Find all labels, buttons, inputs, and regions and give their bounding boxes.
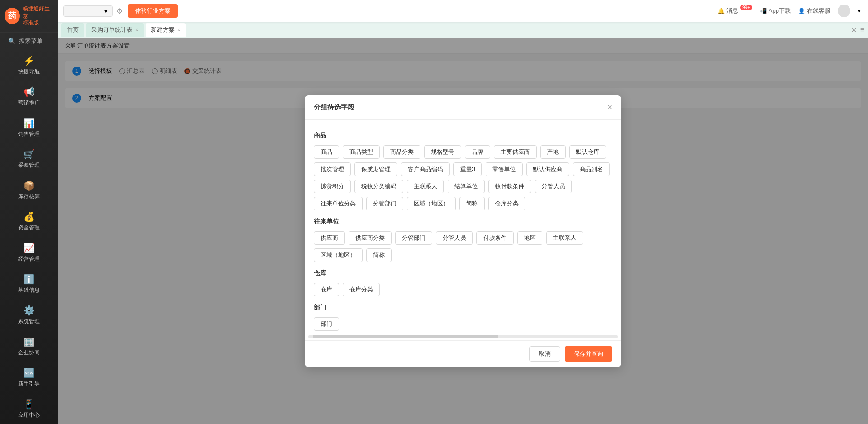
tab-new-plan[interactable]: 新建方案 × [146, 23, 186, 37]
basic-icon: ℹ️ [24, 274, 35, 285]
experience-btn[interactable]: 体验行业方案 [128, 4, 178, 18]
field-chip-supplier[interactable]: 供应商 [314, 231, 345, 245]
modal-body: 商品商品商品类型商品分类规格型号品牌主要供应商产地默认仓库批次管理保质期管理客户… [305, 120, 621, 331]
sidebar-item-inventory[interactable]: 📦 库存核算 [0, 175, 58, 206]
sidebar-item-label: 营销推广 [18, 99, 40, 107]
avatar[interactable] [838, 5, 850, 17]
field-chip-settlement-unit[interactable]: 结算单位 [448, 180, 485, 193]
tab-new-plan-close[interactable]: × [177, 27, 180, 33]
sidebar-item-basic[interactable]: ℹ️ 基础信息 [0, 268, 58, 300]
field-chip-goods-type[interactable]: 商品类型 [343, 145, 380, 159]
purchase-icon: 🛒 [24, 149, 35, 160]
field-chip-pick-points[interactable]: 拣货积分 [314, 180, 351, 193]
sidebar-item-label: 经营管理 [18, 255, 40, 263]
sidebar-item-label: 应用中心 [18, 411, 40, 419]
field-chip-partner-contact[interactable]: 主联系人 [546, 231, 583, 245]
user-menu-icon[interactable]: ▾ [858, 8, 861, 14]
field-chip-customer-code[interactable]: 客户商品编码 [401, 162, 450, 176]
field-chip-expiry-mgmt[interactable]: 保质期管理 [354, 162, 397, 176]
section-title-goods: 商品 [314, 132, 612, 140]
field-chip-dept-field[interactable]: 部门 [314, 317, 339, 331]
tab-menu-icon[interactable]: ≡ [860, 26, 864, 34]
online-service-btn[interactable]: 👤 在线客服 [798, 7, 830, 15]
tab-purchase-stats[interactable]: 采购订单统计表 × [86, 23, 144, 37]
field-chip-payment-terms[interactable]: 收付款条件 [488, 180, 531, 193]
sidebar-item-label: 采购管理 [18, 162, 40, 169]
gear-icon[interactable]: ⚙ [116, 7, 123, 15]
field-chip-partner-area[interactable]: 区域（地区） [314, 248, 363, 262]
sidebar-item-label: 新手引导 [18, 380, 40, 388]
field-chip-warehouse-category[interactable]: 仓库分类 [488, 197, 525, 210]
search-label: 搜索菜单 [19, 37, 42, 45]
field-chip-wh-category[interactable]: 仓库分类 [343, 283, 380, 296]
field-chip-main-supplier[interactable]: 主要供应商 [494, 145, 537, 159]
field-chip-partner-manager[interactable]: 分管人员 [436, 231, 473, 245]
field-chip-wh[interactable]: 仓库 [314, 283, 339, 296]
app-download-btn[interactable]: 📲 App下载 [760, 7, 791, 15]
sidebar-item-app-center[interactable]: 📱 应用中心 [0, 393, 58, 424]
field-chip-supplier-category[interactable]: 供应商分类 [349, 231, 392, 245]
tab-purchase-close[interactable]: × [135, 27, 138, 33]
cancel-button[interactable]: 取消 [529, 346, 560, 362]
sidebar-item-sales[interactable]: 📊 销售管理 [0, 112, 58, 143]
app-icon: 药 [5, 8, 20, 24]
sidebar-item-finance[interactable]: 💰 资金管理 [0, 206, 58, 237]
sidebar-item-enterprise[interactable]: 🏢 企业协同 [0, 331, 58, 362]
modal-title: 分组待选字段 [314, 103, 354, 112]
save-query-button[interactable]: 保存并查询 [565, 346, 612, 362]
enterprise-icon: 🏢 [24, 336, 35, 347]
field-chip-default-supplier[interactable]: 默认供应商 [526, 162, 569, 176]
sidebar-item-marketing[interactable]: 📢 营销推广 [0, 81, 58, 112]
breadcrumb-input[interactable]: ▾ [63, 5, 113, 17]
operation-icon: 📈 [24, 243, 35, 253]
field-chip-goods-alias[interactable]: 商品别名 [573, 162, 610, 176]
field-chip-manager[interactable]: 分管人员 [535, 180, 572, 193]
field-chip-goods-category[interactable]: 商品分类 [383, 145, 420, 159]
field-chip-retail-unit[interactable]: 零售单位 [486, 162, 523, 176]
marketing-icon: 📢 [24, 86, 35, 97]
field-grid-warehouse: 仓库仓库分类 [314, 283, 612, 296]
sidebar-item-guide[interactable]: 🆕 新手引导 [0, 362, 58, 393]
field-chip-tax-code[interactable]: 税收分类编码 [354, 180, 403, 193]
sidebar-item-label: 系统管理 [18, 318, 40, 325]
sidebar-item-purchase[interactable]: 🛒 采购管理 [0, 143, 58, 175]
field-chip-main-contact[interactable]: 主联系人 [407, 180, 444, 193]
field-chip-partner-dept[interactable]: 分管部门 [395, 231, 432, 245]
field-chip-partner-short[interactable]: 简称 [366, 248, 392, 262]
section-title-warehouse: 仓库 [314, 269, 612, 277]
dropdown-icon[interactable]: ▾ [104, 8, 108, 14]
sidebar-item-operation[interactable]: 📈 经营管理 [0, 237, 58, 268]
sidebar-item-quick-nav[interactable]: ⚡ 快捷导航 [0, 50, 58, 81]
field-chip-area[interactable]: 区域（地区） [407, 197, 456, 210]
modal-close-btn[interactable]: × [607, 103, 612, 112]
close-all-icon[interactable]: ✕ [851, 26, 857, 34]
online-service-label: 在线客服 [807, 7, 830, 15]
tab-purchase-label: 采购订单统计表 [91, 26, 132, 34]
sidebar-item-label: 企业协同 [18, 349, 40, 357]
sidebar-search[interactable]: 🔍 搜索菜单 [0, 33, 58, 50]
field-chip-short-name[interactable]: 简称 [459, 197, 485, 210]
system-icon: ⚙️ [24, 305, 35, 316]
notice-btn[interactable]: 🔔 消息 99+ [717, 7, 752, 15]
search-icon: 🔍 [8, 38, 15, 44]
field-chip-payment-condition[interactable]: 付款条件 [476, 231, 514, 245]
field-chip-unit-category[interactable]: 往来单位分类 [314, 197, 363, 210]
header-left: ▾ ⚙ 体验行业方案 [58, 4, 710, 18]
field-grid-goods: 商品商品类型商品分类规格型号品牌主要供应商产地默认仓库批次管理保质期管理客户商品… [314, 145, 612, 210]
field-chip-default-warehouse[interactable]: 默认仓库 [569, 145, 606, 159]
field-chip-dept[interactable]: 分管部门 [366, 197, 403, 210]
field-chip-weight3[interactable]: 重量3 [453, 162, 482, 176]
horizontal-scrollbar[interactable] [308, 335, 618, 338]
field-chip-spec-type[interactable]: 规格型号 [424, 145, 461, 159]
field-chip-brand[interactable]: 品牌 [465, 145, 490, 159]
search-input[interactable] [68, 8, 104, 14]
tab-home[interactable]: 首页 [61, 23, 84, 37]
modal-overlay: 分组待选字段 × 商品商品商品类型商品分类规格型号品牌主要供应商产地默认仓库批次… [58, 38, 868, 424]
field-chip-batch-mgmt[interactable]: 批次管理 [314, 162, 351, 176]
inventory-icon: 📦 [24, 180, 35, 191]
header: ▾ ⚙ 体验行业方案 🔔 消息 99+ 📲 App下载 👤 在线客服 ▾ [58, 0, 868, 22]
field-chip-goods-name[interactable]: 商品 [314, 145, 339, 159]
sidebar-item-system[interactable]: ⚙️ 系统管理 [0, 300, 58, 331]
field-chip-region[interactable]: 地区 [517, 231, 542, 245]
field-chip-origin[interactable]: 产地 [540, 145, 566, 159]
